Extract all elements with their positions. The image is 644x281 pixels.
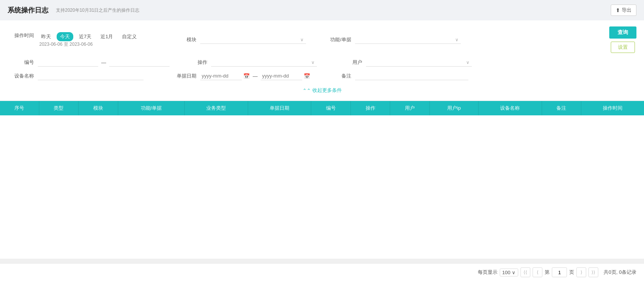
page-prefix: 第: [545, 269, 550, 276]
filter-row-3: 设备名称 单据日期 📅 — 📅 备注: [8, 72, 636, 80]
col-doc-date: 单据日期: [248, 101, 311, 115]
col-business-type: 业务类型: [185, 101, 248, 115]
document-date-label: 单据日期: [170, 73, 196, 79]
device-label: 设备名称: [8, 73, 34, 79]
remark-filter: 备注: [325, 72, 576, 80]
module-chevron-icon: ∨: [300, 37, 304, 42]
page-number-input[interactable]: [552, 267, 567, 277]
document-date-filter: 单据日期 📅 — 📅: [170, 72, 314, 80]
time-btn-today[interactable]: 今天: [57, 32, 73, 41]
number-input-end[interactable]: [109, 58, 170, 67]
function-filter: 功能/单据 ∨: [325, 36, 602, 44]
function-select[interactable]: ∨: [355, 36, 461, 44]
number-dash: —: [101, 60, 106, 65]
collapse-row: ⌃⌃ 收起更多条件: [8, 85, 636, 97]
number-label: 编号: [8, 59, 34, 66]
prev-page-button[interactable]: ⟨: [533, 267, 542, 277]
table-container: 序号 类型 模块 功能/单据 业务类型 单据日期 编号 操作 用户 用户ip 设…: [0, 101, 644, 259]
date-dash: —: [253, 73, 258, 79]
pagination-bar: 每页显示 100 ∨ ⟨⟨ ⟨ 第 页 ⟩ ⟩⟩ 共0页, 0条记录: [0, 263, 644, 281]
operation-chevron-icon: ∨: [311, 60, 315, 65]
col-user: 用户: [390, 101, 429, 115]
query-button[interactable]: 查询: [609, 26, 636, 39]
date-start-input[interactable]: [200, 72, 242, 80]
col-op-time: 操作时间: [581, 101, 644, 115]
user-filter: 用户 ∨: [336, 59, 576, 67]
number-filter: 编号 —: [8, 58, 170, 67]
col-function: 功能/单据: [118, 101, 184, 115]
time-btn-7days[interactable]: 近7天: [76, 32, 95, 41]
page-header: 系统操作日志 支持2020年10月31日之后产生的操作日志 ⬆ 导出: [0, 0, 644, 20]
page-title: 系统操作日志: [8, 6, 48, 15]
user-chevron-icon: ∨: [466, 60, 469, 65]
device-filter: 设备名称: [8, 72, 159, 80]
per-page-label: 每页显示: [478, 269, 497, 276]
table-header-row: 序号 类型 模块 功能/单据 业务类型 单据日期 编号 操作 用户 用户ip 设…: [0, 101, 644, 115]
time-filter-block: 操作时间 昨天 今天 近7天 近1月 自定义 2023-06-06 至 2023…: [8, 32, 159, 48]
operation-time-label: 操作时间: [8, 32, 34, 39]
col-module: 模块: [79, 101, 118, 115]
col-number: 编号: [311, 101, 351, 115]
filter-area: 操作时间 昨天 今天 近7天 近1月 自定义 2023-06-06 至 2023…: [0, 20, 644, 101]
export-label: 导出: [622, 7, 632, 14]
settings-button[interactable]: 设置: [611, 42, 635, 53]
col-device: 设备名称: [478, 101, 542, 115]
page-suffix: 页: [569, 269, 574, 276]
table-header: 序号 类型 模块 功能/单据 业务类型 单据日期 编号 操作 用户 用户ip 设…: [0, 101, 644, 115]
date-range-display: 2023-06-06 至 2023-06-06: [39, 41, 140, 48]
operation-label: 操作: [181, 59, 207, 66]
header-left: 系统操作日志 支持2020年10月31日之后产生的操作日志: [8, 6, 139, 15]
col-operation: 操作: [351, 101, 390, 115]
data-table: 序号 类型 模块 功能/单据 业务类型 单据日期 编号 操作 用户 用户ip 设…: [0, 101, 644, 115]
function-label: 功能/单据: [325, 36, 351, 43]
time-btn-yesterday[interactable]: 昨天: [38, 32, 54, 41]
action-buttons: 查询 设置: [609, 26, 636, 53]
time-options-block: 昨天 今天 近7天 近1月 自定义 2023-06-06 至 2023-06-0…: [38, 32, 140, 48]
total-info: 共0页, 0条记录: [604, 269, 636, 276]
export-button[interactable]: ⬆ 导出: [611, 5, 636, 16]
scrollbar-inner: [0, 259, 604, 259]
module-select[interactable]: ∨: [200, 36, 306, 44]
last-page-icon: ⟩⟩: [591, 270, 595, 275]
calendar-icon-1[interactable]: 📅: [243, 73, 250, 79]
page-container: 系统操作日志 支持2020年10月31日之后产生的操作日志 ⬆ 导出 操作时间 …: [0, 0, 644, 281]
collapse-icon: ⌃⌃: [303, 88, 311, 93]
page-size-chevron: ∨: [512, 270, 516, 275]
number-input-start[interactable]: [38, 58, 98, 67]
page-subtitle: 支持2020年10月31日之后产生的操作日志: [56, 7, 139, 14]
operation-select[interactable]: ∨: [211, 59, 317, 67]
next-page-icon: ⟩: [581, 270, 582, 275]
module-filter: 模块 ∨: [170, 36, 314, 44]
calendar-icon-2[interactable]: 📅: [304, 73, 310, 79]
user-label: 用户: [336, 59, 362, 66]
last-page-button[interactable]: ⟩⟩: [588, 267, 598, 277]
col-type: 类型: [39, 101, 78, 115]
col-remark: 备注: [542, 101, 581, 115]
next-page-button[interactable]: ⟩: [576, 267, 586, 277]
collapse-label: 收起更多条件: [312, 87, 342, 94]
device-input[interactable]: [38, 72, 144, 80]
col-user-ip: 用户ip: [429, 101, 478, 115]
page-size-dropdown[interactable]: 100 ∨: [500, 269, 519, 276]
export-icon: ⬆: [616, 7, 620, 13]
time-options-row: 昨天 今天 近7天 近1月 自定义: [38, 32, 140, 41]
filter-row-1: 操作时间 昨天 今天 近7天 近1月 自定义 2023-06-06 至 2023…: [8, 26, 636, 53]
time-btn-1month[interactable]: 近1月: [97, 32, 116, 41]
prev-page-icon: ⟨: [537, 270, 539, 275]
horizontal-scrollbar[interactable]: [0, 259, 644, 263]
empty-area: [0, 115, 644, 229]
operation-filter: 操作 ∨: [181, 59, 324, 67]
time-btn-custom[interactable]: 自定义: [119, 32, 140, 41]
remark-input[interactable]: [355, 72, 468, 80]
filter-row-2: 编号 — 操作 ∨ 用户 ∨: [8, 58, 636, 67]
col-index: 序号: [0, 101, 39, 115]
date-end-input[interactable]: [261, 72, 302, 80]
user-select[interactable]: ∨: [366, 59, 472, 67]
module-label: 模块: [170, 36, 196, 43]
function-chevron-icon: ∨: [455, 37, 459, 42]
remark-label: 备注: [325, 73, 351, 79]
first-page-button[interactable]: ⟨⟨: [520, 267, 530, 277]
first-page-icon: ⟨⟨: [524, 270, 527, 275]
page-size-value: 100: [502, 270, 511, 275]
collapse-button[interactable]: ⌃⌃ 收起更多条件: [303, 87, 342, 94]
